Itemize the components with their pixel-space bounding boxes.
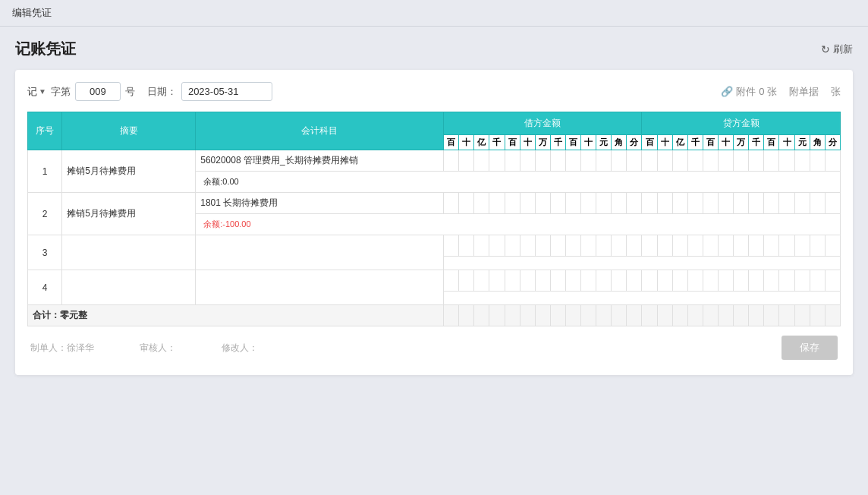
debit-cell[interactable] [612,150,627,172]
credit-cell[interactable] [794,235,810,257]
credit-cell[interactable] [734,235,749,257]
credit-cell[interactable] [687,193,703,214]
debit-cell[interactable] [596,235,612,257]
debit-cell[interactable] [565,235,580,257]
debit-cell[interactable] [474,235,489,257]
debit-cell[interactable] [627,193,642,214]
debit-cell[interactable] [581,270,596,292]
debit-cell[interactable] [612,270,627,292]
debit-cell[interactable] [612,235,627,257]
debit-cell[interactable] [535,235,550,257]
debit-cell[interactable] [535,193,550,214]
credit-cell[interactable] [642,150,657,172]
credit-cell[interactable] [764,235,779,257]
debit-cell[interactable] [520,235,535,257]
credit-cell[interactable] [749,235,764,257]
debit-cell[interactable] [505,150,520,172]
debit-cell[interactable] [489,270,505,292]
summary-cell[interactable] [62,270,196,305]
voucher-number-input[interactable] [75,82,121,101]
credit-cell[interactable] [734,270,749,292]
credit-cell[interactable] [719,235,734,257]
date-input[interactable] [181,82,272,101]
credit-cell[interactable] [779,150,794,172]
debit-cell[interactable] [505,235,520,257]
debit-cell[interactable] [596,150,612,172]
account-cell[interactable] [196,270,444,305]
credit-cell[interactable] [657,235,672,257]
debit-cell[interactable] [627,235,642,257]
credit-cell[interactable] [703,193,718,214]
credit-cell[interactable] [810,150,825,172]
credit-cell[interactable] [810,193,825,214]
debit-cell[interactable] [596,193,612,214]
debit-cell[interactable] [535,270,550,292]
credit-cell[interactable] [672,193,687,214]
credit-cell[interactable] [825,270,840,292]
credit-cell[interactable] [764,150,779,172]
debit-cell[interactable] [459,270,474,292]
voucher-type-button[interactable]: 记 ▼ [27,85,46,99]
credit-cell[interactable] [779,270,794,292]
debit-cell[interactable] [550,235,565,257]
credit-cell[interactable] [657,150,672,172]
credit-cell[interactable] [749,270,764,292]
credit-cell[interactable] [672,150,687,172]
credit-cell[interactable] [749,150,764,172]
account-cell[interactable] [196,235,444,270]
credit-cell[interactable] [764,193,779,214]
debit-cell[interactable] [596,270,612,292]
credit-cell[interactable] [825,150,840,172]
credit-cell[interactable] [719,193,734,214]
debit-cell[interactable] [627,270,642,292]
debit-cell[interactable] [581,235,596,257]
debit-cell[interactable] [535,150,550,172]
attachment-link[interactable]: 🔗 附件 0 张 [721,85,777,99]
debit-cell[interactable] [489,193,505,214]
debit-cell[interactable] [505,270,520,292]
debit-cell[interactable] [581,150,596,172]
debit-cell[interactable] [550,270,565,292]
credit-cell[interactable] [719,270,734,292]
debit-cell[interactable] [565,270,580,292]
debit-cell[interactable] [581,193,596,214]
summary-cell[interactable] [62,235,196,270]
credit-cell[interactable] [672,235,687,257]
account-cell[interactable]: 1801 长期待摊费用 [196,193,444,214]
debit-cell[interactable] [459,193,474,214]
credit-cell[interactable] [764,270,779,292]
credit-cell[interactable] [703,150,718,172]
summary-cell[interactable]: 摊销5月待摊费用 [62,150,196,193]
credit-cell[interactable] [810,235,825,257]
refresh-button[interactable]: ↻ 刷新 [821,43,853,56]
credit-cell[interactable] [779,235,794,257]
credit-cell[interactable] [794,150,810,172]
credit-cell[interactable] [810,270,825,292]
debit-cell[interactable] [520,193,535,214]
debit-cell[interactable] [459,150,474,172]
account-cell[interactable]: 56020008 管理费用_长期待摊费用摊销 [196,150,444,172]
save-button[interactable]: 保存 [782,336,838,360]
summary-cell[interactable]: 摊销5月待摊费用 [62,193,196,235]
debit-cell[interactable] [612,193,627,214]
attachment-single-button[interactable]: 附单据 [789,85,819,99]
debit-cell[interactable] [520,150,535,172]
debit-cell[interactable] [444,150,459,172]
debit-cell[interactable] [489,150,505,172]
credit-cell[interactable] [719,150,734,172]
debit-cell[interactable] [444,193,459,214]
credit-cell[interactable] [794,193,810,214]
debit-cell[interactable] [627,150,642,172]
debit-cell[interactable] [489,235,505,257]
debit-cell[interactable] [505,193,520,214]
debit-cell[interactable] [474,193,489,214]
debit-cell[interactable] [459,235,474,257]
credit-cell[interactable] [672,270,687,292]
debit-cell[interactable] [444,270,459,292]
debit-cell[interactable] [565,150,580,172]
credit-cell[interactable] [687,235,703,257]
credit-cell[interactable] [687,150,703,172]
credit-cell[interactable] [657,270,672,292]
credit-cell[interactable] [642,270,657,292]
debit-cell[interactable] [550,193,565,214]
